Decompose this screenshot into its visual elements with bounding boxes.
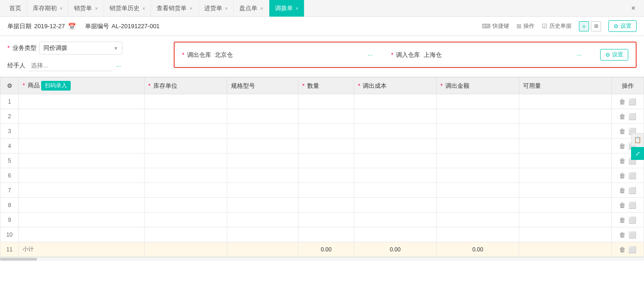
tab-purchase-order[interactable]: 进货单 × bbox=[199, 0, 234, 17]
scan-button[interactable]: 扫码录入 bbox=[41, 81, 71, 91]
row-amount[interactable] bbox=[437, 213, 519, 227]
expand-float-button[interactable]: ⤢ bbox=[631, 147, 644, 160]
row-cost[interactable] bbox=[354, 183, 437, 198]
row-unit[interactable] bbox=[144, 153, 227, 168]
row-available[interactable] bbox=[519, 124, 612, 139]
delete-row-button[interactable]: 🗑 bbox=[619, 142, 626, 150]
copy-row-button[interactable]: ⬜ bbox=[628, 231, 636, 238]
row-amount[interactable] bbox=[437, 153, 519, 168]
row-qty[interactable] bbox=[298, 94, 354, 109]
row-qty[interactable] bbox=[298, 198, 354, 213]
delete-row-button[interactable]: 🗑 bbox=[619, 98, 626, 105]
tab-inventory-check[interactable]: 盘点单 × bbox=[234, 0, 269, 17]
row-amount[interactable] bbox=[437, 109, 519, 124]
row-unit[interactable] bbox=[144, 124, 227, 139]
row-unit[interactable] bbox=[144, 168, 227, 183]
copy-row-button[interactable]: ⬜ bbox=[628, 201, 636, 209]
row-unit[interactable] bbox=[144, 94, 227, 109]
copy-row-button[interactable]: ⬜ bbox=[628, 187, 636, 194]
row-spec[interactable] bbox=[227, 168, 298, 183]
tab-inventory-init[interactable]: 库存期初 × bbox=[27, 0, 68, 17]
row-cost[interactable] bbox=[354, 153, 437, 168]
row-unit[interactable] bbox=[144, 198, 227, 213]
row-spec[interactable] bbox=[227, 109, 298, 124]
calendar-icon[interactable]: 📅 bbox=[68, 23, 76, 30]
row-cost[interactable] bbox=[354, 198, 437, 213]
row-spec[interactable] bbox=[227, 139, 298, 153]
row-cost[interactable] bbox=[354, 213, 437, 227]
row-available[interactable] bbox=[519, 227, 612, 242]
row-product[interactable] bbox=[19, 213, 145, 227]
row-spec[interactable] bbox=[227, 213, 298, 227]
row-unit[interactable] bbox=[144, 109, 227, 124]
row-amount[interactable] bbox=[437, 227, 519, 242]
delete-row-button[interactable]: 🗑 bbox=[619, 128, 626, 135]
tab-view-sales[interactable]: 查看销货单 × bbox=[151, 0, 198, 17]
row-available[interactable] bbox=[519, 139, 612, 153]
row-spec[interactable] bbox=[227, 153, 298, 168]
tab-inventory-init-close[interactable]: × bbox=[60, 6, 62, 11]
delete-row-button[interactable]: 🗑 bbox=[619, 231, 626, 238]
row-available[interactable] bbox=[519, 94, 612, 109]
row-amount[interactable] bbox=[437, 168, 519, 183]
row-available[interactable] bbox=[519, 213, 612, 227]
row-product[interactable] bbox=[19, 168, 145, 183]
delete-row-button[interactable]: 🗑 bbox=[619, 113, 626, 120]
warehouse-out-ellipsis-button[interactable]: ··· bbox=[368, 51, 373, 58]
warehouse-in-ellipsis-button[interactable]: ··· bbox=[577, 51, 582, 58]
tab-transfer-order[interactable]: 调拨单 × bbox=[269, 0, 304, 17]
grid-view-icon[interactable]: ⊞ bbox=[591, 21, 601, 31]
tab-sales-order-close[interactable]: × bbox=[95, 6, 97, 11]
row-amount[interactable] bbox=[437, 124, 519, 139]
row-qty[interactable] bbox=[298, 124, 354, 139]
row-amount[interactable] bbox=[437, 183, 519, 198]
row-product[interactable] bbox=[19, 153, 145, 168]
tab-transfer-order-close[interactable]: × bbox=[296, 6, 298, 11]
row-cost[interactable] bbox=[354, 124, 437, 139]
row-product[interactable] bbox=[19, 94, 145, 109]
row-amount[interactable] bbox=[437, 139, 519, 153]
row-unit[interactable] bbox=[144, 227, 227, 242]
row-spec[interactable] bbox=[227, 124, 298, 139]
operator-ellipsis-button[interactable]: ··· bbox=[116, 62, 121, 69]
shortcuts-action[interactable]: ⌨ 快捷键 bbox=[482, 22, 509, 30]
list-view-icon[interactable]: ≡ bbox=[579, 21, 589, 31]
settings-button[interactable]: ⚙ 设置 bbox=[608, 20, 637, 32]
row-cost[interactable] bbox=[354, 94, 437, 109]
business-type-select[interactable]: 同价调拨 ▼ bbox=[39, 42, 122, 55]
row-spec[interactable] bbox=[227, 227, 298, 242]
tab-sales-order[interactable]: 销货单 × bbox=[68, 0, 103, 17]
row-qty[interactable] bbox=[298, 213, 354, 227]
delete-row-button[interactable]: 🗑 bbox=[619, 172, 626, 179]
tab-inventory-check-close[interactable]: × bbox=[260, 6, 263, 11]
row-spec[interactable] bbox=[227, 198, 298, 213]
row-amount[interactable] bbox=[437, 94, 519, 109]
operations-action[interactable]: ⊞ 操作 bbox=[516, 22, 535, 30]
row-available[interactable] bbox=[519, 168, 612, 183]
row-product[interactable] bbox=[19, 139, 145, 153]
row-product[interactable] bbox=[19, 124, 145, 139]
copy-row-button[interactable]: ⬜ bbox=[628, 98, 636, 105]
row-available[interactable] bbox=[519, 153, 612, 168]
row-cost[interactable] bbox=[354, 139, 437, 153]
row-qty[interactable] bbox=[298, 168, 354, 183]
copy-row-button[interactable]: ⬜ bbox=[628, 113, 636, 120]
scrollbar-thumb[interactable] bbox=[0, 258, 37, 261]
copy-row-button[interactable]: ⬜ bbox=[628, 216, 636, 224]
horizontal-scrollbar[interactable] bbox=[0, 257, 644, 261]
row-qty[interactable] bbox=[298, 153, 354, 168]
tab-sales-history[interactable]: 销货单历史 × bbox=[104, 0, 151, 17]
row-product[interactable] bbox=[19, 183, 145, 198]
delete-row-button[interactable]: 🗑 bbox=[619, 216, 626, 224]
row-available[interactable] bbox=[519, 109, 612, 124]
row-spec[interactable] bbox=[227, 94, 298, 109]
tab-home[interactable]: 首页 bbox=[4, 0, 27, 17]
row-available[interactable] bbox=[519, 183, 612, 198]
row-unit[interactable] bbox=[144, 213, 227, 227]
tab-view-sales-close[interactable]: × bbox=[189, 6, 192, 11]
delete-row-button[interactable]: 🗑 bbox=[619, 187, 626, 194]
row-product[interactable] bbox=[19, 227, 145, 242]
tab-purchase-order-close[interactable]: × bbox=[225, 6, 228, 11]
warehouse-settings-button[interactable]: ⚙ 设置 bbox=[600, 49, 628, 61]
row-qty[interactable] bbox=[298, 183, 354, 198]
